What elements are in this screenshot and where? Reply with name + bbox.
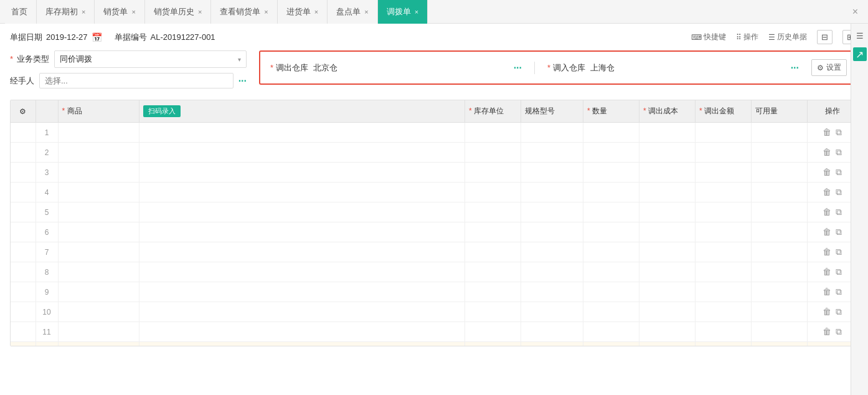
row-unit-cell[interactable]	[465, 322, 521, 342]
row-qty-cell[interactable]	[583, 282, 639, 302]
sidebar-list-icon[interactable]: ☰	[853, 29, 867, 42]
tab-purchase[interactable]: 进货单 ×	[278, 0, 328, 24]
row-spec-cell[interactable]	[521, 302, 583, 322]
row-cost-cell[interactable]	[639, 143, 696, 163]
row-spec-cell[interactable]	[521, 143, 583, 163]
actions-button[interactable]: ⠿ 操作	[736, 32, 758, 42]
row-unit-cell[interactable]	[465, 202, 521, 222]
row-unit-cell[interactable]	[465, 163, 521, 183]
row-qty-cell[interactable]	[583, 322, 639, 342]
row-cost-cell[interactable]	[639, 302, 696, 322]
row-qty-cell[interactable]	[583, 183, 639, 202]
delete-icon[interactable]: 🗑	[823, 207, 831, 217]
row-product-cell[interactable]	[58, 202, 139, 222]
copy-icon[interactable]: ⧉	[836, 187, 842, 198]
tab-inventory-init[interactable]: 库存期初 ×	[37, 0, 95, 24]
row-product-cell[interactable]	[58, 123, 139, 143]
in-warehouse-more-button[interactable]: ···	[791, 62, 799, 74]
history-button[interactable]: ☰ 历史单据	[768, 32, 807, 42]
tab-inventory-init-close[interactable]: ×	[82, 8, 85, 16]
row-spec-cell[interactable]	[521, 202, 583, 222]
copy-icon[interactable]: ⧉	[836, 127, 842, 138]
row-amount-cell[interactable]	[696, 123, 752, 143]
calendar-icon[interactable]: 📅	[92, 32, 102, 42]
row-product-cell[interactable]	[58, 242, 139, 262]
row-spec-cell[interactable]	[521, 222, 583, 242]
row-amount-cell[interactable]	[696, 202, 752, 222]
copy-icon[interactable]: ⧉	[836, 307, 842, 317]
copy-icon[interactable]: ⧉	[836, 227, 842, 237]
handler-input[interactable]	[39, 73, 234, 88]
row-amount-cell[interactable]	[696, 163, 752, 183]
tab-stocktake[interactable]: 盘点单 ×	[328, 0, 377, 24]
delete-icon[interactable]: 🗑	[823, 307, 831, 316]
scan-button[interactable]: 扫码录入	[143, 105, 181, 117]
layout-toggle-button[interactable]: ⊟	[817, 30, 833, 44]
row-product-cell[interactable]	[58, 322, 139, 342]
row-available-cell[interactable]	[752, 163, 808, 183]
out-warehouse-more-button[interactable]: ···	[514, 62, 522, 74]
delete-icon[interactable]: 🗑	[823, 247, 831, 257]
row-cost-cell[interactable]	[639, 262, 696, 282]
tab-purchase-close[interactable]: ×	[314, 8, 318, 16]
tab-view-sales[interactable]: 查看销货单 ×	[211, 0, 277, 24]
row-available-cell[interactable]	[752, 242, 808, 262]
delete-icon[interactable]: 🗑	[823, 287, 831, 297]
row-available-cell[interactable]	[752, 123, 808, 143]
row-spec-cell[interactable]	[521, 242, 583, 262]
close-all-button[interactable]: ×	[847, 6, 863, 17]
copy-icon[interactable]: ⧉	[836, 326, 842, 337]
delete-icon[interactable]: 🗑	[823, 167, 831, 177]
sidebar-export-icon[interactable]: ↗	[853, 47, 867, 61]
gear-icon[interactable]: ⚙	[19, 107, 26, 116]
delete-icon[interactable]: 🗑	[823, 326, 831, 336]
copy-icon[interactable]: ⧉	[836, 247, 842, 257]
row-qty-cell[interactable]	[583, 202, 639, 222]
shortcuts-button[interactable]: ⌨ 快捷键	[691, 32, 726, 42]
row-available-cell[interactable]	[752, 262, 808, 282]
row-available-cell[interactable]	[752, 302, 808, 322]
copy-icon[interactable]: ⧉	[836, 167, 842, 178]
row-qty-cell[interactable]	[583, 302, 639, 322]
copy-icon[interactable]: ⧉	[836, 267, 842, 277]
row-available-cell[interactable]	[752, 202, 808, 222]
tab-home[interactable]: 首页	[5, 0, 37, 24]
row-amount-cell[interactable]	[696, 222, 752, 242]
row-spec-cell[interactable]	[521, 262, 583, 282]
row-product-cell[interactable]	[58, 282, 139, 302]
row-cost-cell[interactable]	[639, 282, 696, 302]
row-spec-cell[interactable]	[521, 163, 583, 183]
row-cost-cell[interactable]	[639, 322, 696, 342]
row-product-cell[interactable]	[58, 163, 139, 183]
delete-icon[interactable]: 🗑	[823, 147, 831, 157]
row-available-cell[interactable]	[752, 282, 808, 302]
delete-icon[interactable]: 🗑	[823, 187, 831, 197]
row-qty-cell[interactable]	[583, 242, 639, 262]
row-amount-cell[interactable]	[696, 143, 752, 163]
row-unit-cell[interactable]	[465, 143, 521, 163]
row-product-cell[interactable]	[58, 262, 139, 282]
handler-more-button[interactable]: ···	[238, 75, 247, 87]
row-product-cell[interactable]	[58, 302, 139, 322]
tab-sales-order-close[interactable]: ×	[131, 8, 135, 16]
row-cost-cell[interactable]	[639, 222, 696, 242]
row-available-cell[interactable]	[752, 183, 808, 202]
delete-icon[interactable]: 🗑	[823, 227, 831, 237]
row-qty-cell[interactable]	[583, 123, 639, 143]
row-amount-cell[interactable]	[696, 242, 752, 262]
tab-sales-order[interactable]: 销货单 ×	[95, 0, 144, 24]
row-amount-cell[interactable]	[696, 302, 752, 322]
tab-view-sales-close[interactable]: ×	[264, 8, 268, 16]
row-product-cell[interactable]	[58, 143, 139, 163]
row-spec-cell[interactable]	[521, 322, 583, 342]
row-unit-cell[interactable]	[465, 302, 521, 322]
row-qty-cell[interactable]	[583, 222, 639, 242]
row-cost-cell[interactable]	[639, 123, 696, 143]
row-qty-cell[interactable]	[583, 143, 639, 163]
row-product-cell[interactable]	[58, 222, 139, 242]
row-cost-cell[interactable]	[639, 242, 696, 262]
row-spec-cell[interactable]	[521, 282, 583, 302]
table-scroll-area[interactable]: ⚙ * 商品 扫码录入 * 库存单位	[11, 100, 857, 346]
row-available-cell[interactable]	[752, 222, 808, 242]
delete-icon[interactable]: 🗑	[823, 267, 831, 277]
